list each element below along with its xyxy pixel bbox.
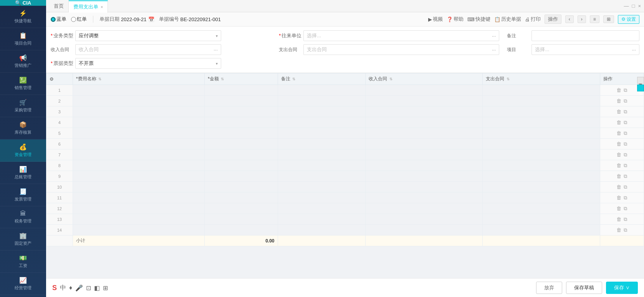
note-sort-icon[interactable]: ⇅ [292,77,295,81]
row-income-7[interactable] [366,149,483,160]
row-note-9[interactable] [278,171,366,182]
business-type-input[interactable]: 应付调整 ▾ [75,30,221,41]
sidebar-item-inventory[interactable]: 📦库存核算 [0,117,46,139]
table-icon[interactable]: ⊡ [86,284,91,292]
sidebar-item-funds[interactable]: 💰资金管理 [0,139,46,162]
row-income-8[interactable] [366,160,483,171]
settings-button[interactable]: ⚙ 设置 [618,15,639,24]
row-income-14[interactable] [366,225,483,236]
tab-expense-bill[interactable]: 费用支出单× [69,0,108,13]
discard-button[interactable]: 放弃 [536,282,562,294]
row-income-4[interactable] [366,117,483,128]
list-view-btn[interactable]: ≡ [590,15,599,23]
sidebar-item-quick-nav[interactable]: ⚡快捷导航 [0,6,46,28]
row-income-2[interactable] [366,96,483,106]
delete-icon-2[interactable]: 🗑 [616,98,621,104]
delete-icon-5[interactable]: 🗑 [616,130,621,136]
income-sort-icon[interactable]: ⇅ [389,77,392,81]
row-income-13[interactable] [366,214,483,225]
row-expense-11[interactable] [483,192,600,203]
zhong-icon[interactable]: 中 [60,284,66,292]
mic-icon[interactable]: 🎤 [75,284,83,292]
row-amount-6[interactable] [204,139,278,149]
sidebar-item-invoice[interactable]: 🧾发票管理 [0,184,46,206]
operations-btn[interactable]: 操作 [545,15,561,24]
row-note-4[interactable] [278,117,366,128]
row-name-3[interactable] [73,106,204,117]
copy-icon-1[interactable]: ⧉ [624,87,627,93]
delete-icon-8[interactable]: 🗑 [616,163,621,169]
row-amount-8[interactable] [204,160,278,171]
row-note-6[interactable] [278,139,366,149]
row-note-8[interactable] [278,160,366,171]
save-button[interactable]: 保存 ∨ [606,282,638,294]
row-amount-9[interactable] [204,171,278,182]
sidebar-item-sales[interactable]: 💹销售管理 [0,73,46,95]
sidebar-item-tax[interactable]: 🏛税务管理 [0,206,46,228]
delete-icon-12[interactable]: 🗑 [616,206,621,212]
row-name-5[interactable] [73,128,204,139]
sidebar-item-accounting[interactable]: 📊总账管理 [0,162,46,184]
row-income-9[interactable] [366,171,483,182]
delete-icon-10[interactable]: 🗑 [616,184,621,190]
copy-icon-4[interactable]: ⧉ [624,119,627,126]
row-expense-3[interactable] [483,106,600,117]
grid-view-btn[interactable]: ⊞ [603,15,614,23]
prev-btn[interactable]: ‹ [565,15,574,23]
copy-icon-9[interactable]: ⧉ [624,173,627,179]
tab-home[interactable]: 首页 [49,0,69,12]
right-panel-btn-1[interactable]: 附件 [637,77,644,84]
row-amount-2[interactable] [204,96,278,106]
sidebar-item-marketing[interactable]: 📢营销推广 [0,50,46,73]
row-amount-14[interactable] [204,225,278,236]
amount-sort-icon[interactable]: ⇅ [221,77,224,81]
row-note-3[interactable] [278,106,366,117]
date-value[interactable]: 2022-09-21 [121,17,147,22]
row-income-5[interactable] [366,128,483,139]
copy-icon-6[interactable]: ⧉ [624,141,627,147]
sidebar-item-basic-info[interactable]: 🗂基础信息 [0,295,46,297]
row-income-11[interactable] [366,192,483,203]
history-btn[interactable]: 📋 历史单据 [494,16,521,23]
row-name-2[interactable] [73,96,204,106]
row-income-10[interactable] [366,182,483,192]
row-expense-12[interactable] [483,203,600,214]
expense-contract-input[interactable]: 支出合同 ··· [303,44,499,55]
row-income-12[interactable] [366,203,483,214]
calendar-icon[interactable]: 📅 [148,17,154,22]
print-btn[interactable]: 🖨 打印 [525,16,541,23]
delete-icon-4[interactable]: 🗑 [616,119,621,126]
name-sort-icon[interactable]: ⇅ [98,77,101,81]
copy-icon-13[interactable]: ⧉ [624,216,627,222]
sidebar-item-project-contract[interactable]: 📋项目合同 [0,28,46,50]
delete-icon-11[interactable]: 🗑 [616,195,621,201]
next-btn[interactable]: › [578,15,586,23]
close-button[interactable]: × [638,3,641,9]
row-amount-12[interactable] [204,203,278,214]
row-name-9[interactable] [73,171,204,182]
row-name-7[interactable] [73,149,204,160]
bill-no-value[interactable]: BE-20220921-001 [180,17,221,22]
invoice-type-input[interactable]: 不开票 ▾ [75,58,221,69]
row-name-8[interactable] [73,160,204,171]
row-amount-11[interactable] [204,192,278,203]
row-expense-2[interactable] [483,96,600,106]
delete-icon-1[interactable]: 🗑 [616,87,621,93]
copy-icon-12[interactable]: ⧉ [624,206,627,212]
project-input[interactable]: 选择... ··· [531,44,639,55]
expense-sort-icon[interactable]: ⇅ [507,77,510,81]
delete-icon-9[interactable]: 🗑 [616,173,621,179]
maximize-button[interactable]: □ [632,3,635,9]
row-expense-8[interactable] [483,160,600,171]
row-name-4[interactable] [73,117,204,128]
row-expense-7[interactable] [483,149,600,160]
row-income-1[interactable] [366,85,483,96]
row-expense-13[interactable] [483,214,600,225]
row-name-6[interactable] [73,139,204,149]
sidebar-item-purchase[interactable]: 🛒采购管理 [0,95,46,117]
video-btn[interactable]: ▶ 视频 [428,16,443,23]
row-expense-6[interactable] [483,139,600,149]
row-name-1[interactable] [73,85,204,96]
copy-icon-8[interactable]: ⧉ [624,163,627,169]
row-note-11[interactable] [278,192,366,203]
